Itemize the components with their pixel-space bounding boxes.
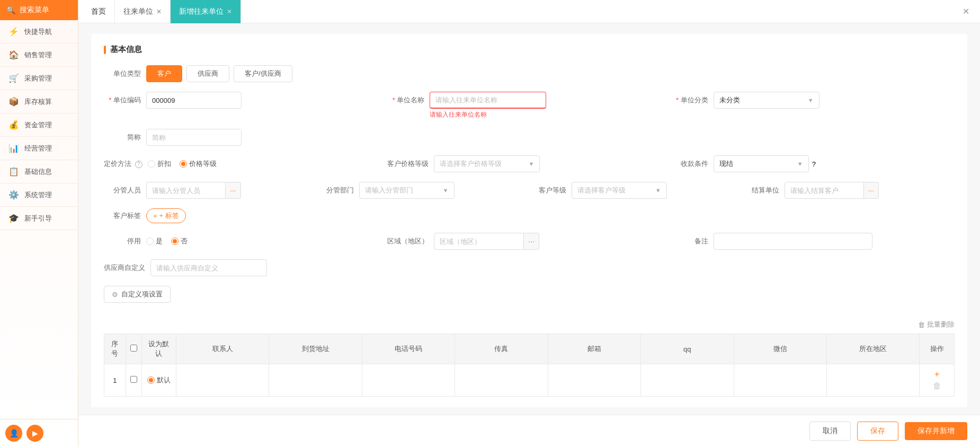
radio-discount[interactable]: 折扣 [148, 159, 171, 169]
help-icon-pricing[interactable]: ? [135, 161, 142, 168]
inventory-icon: 📦 [8, 97, 19, 107]
unit-name-input[interactable] [430, 92, 546, 109]
tab-home[interactable]: 首页 [83, 0, 115, 23]
col-qq: qq [641, 334, 734, 364]
customer-price-level-select[interactable]: 请选择客户价格等级 ▼ [434, 155, 540, 172]
short-name-group: 简称 [104, 129, 955, 146]
address-input[interactable] [273, 372, 357, 389]
manager-input[interactable] [146, 182, 226, 199]
supplier-custom-group: 供应商自定义 [104, 259, 955, 276]
short-name-label: 简称 [104, 133, 146, 142]
supplier-custom-input[interactable] [150, 259, 267, 276]
sidebar-item-system[interactable]: ⚙️系统管理 [0, 183, 78, 207]
tab-new-contact[interactable]: 新增往来单位✕ [171, 0, 241, 23]
sales-icon: 🏠 [8, 50, 19, 60]
sidebar-item-label: 库存核算 [24, 97, 52, 107]
help-icon-payment[interactable]: ? [812, 160, 816, 168]
phone-input[interactable] [367, 372, 450, 389]
department-group: 分管部门 请输入分管部门 ▼ [317, 182, 530, 199]
gear-icon: ⚙ [112, 291, 118, 299]
region-more-btn[interactable]: ··· [524, 233, 539, 250]
cancel-button[interactable]: 取消 [809, 422, 851, 441]
radio-disabled-no[interactable]: 否 [171, 236, 188, 246]
tab-close-new-contact[interactable]: ✕ [227, 8, 232, 15]
select-all-checkbox[interactable] [130, 345, 137, 352]
settlement-unit-input-wrap: ··· [785, 182, 945, 199]
fax-input[interactable] [459, 372, 543, 389]
add-tag-button[interactable]: + + 标签 [146, 208, 186, 223]
cell-email [548, 364, 640, 397]
close-all-btn[interactable]: ✕ [956, 6, 976, 16]
col-wechat: 微信 [734, 334, 826, 364]
sidebar-item-inventory[interactable]: 📦库存核算 [0, 90, 78, 113]
radio-price-level[interactable]: 价格等级 [180, 159, 217, 169]
default-radio[interactable]: 默认 [146, 375, 172, 385]
contacts-table-section: 🗑 批量删除 序号 设为默认 联系人 到货地址 电话号码 传真 [104, 320, 955, 397]
chevron-down-icon: ▼ [528, 161, 534, 167]
plus-icon: + [153, 212, 157, 220]
unit-type-btn-both[interactable]: 客户/供应商 [234, 65, 292, 82]
sidebar-item-sales[interactable]: 🏠销售管理 [0, 43, 78, 67]
customer-level-select[interactable]: 请选择客户等级 ▼ [572, 182, 667, 199]
save-and-new-button[interactable]: 保存并新增 [905, 422, 967, 440]
unit-category-label: * 单位分类 [671, 95, 714, 105]
pricing-method-group: 定价方法 ? 折扣 价格等级 [104, 159, 387, 169]
disabled-radio-group: 是 否 [146, 236, 377, 246]
table-toolbar: 🗑 批量删除 [104, 320, 955, 329]
sidebar-item-label: 系统管理 [24, 190, 52, 200]
delete-icon: 🗑 [918, 321, 925, 329]
qq-input[interactable] [645, 372, 729, 389]
purchase-icon: 🛒 [8, 73, 19, 83]
search-menu-btn[interactable]: 🔍 搜索菜单 [0, 0, 78, 20]
payment-terms-group: 收款条件 现结 ▼ ? [671, 155, 955, 172]
region-input[interactable] [434, 233, 524, 250]
wechat-input[interactable] [738, 372, 822, 389]
radio-disabled-yes[interactable]: 是 [146, 236, 163, 246]
short-name-input[interactable] [146, 129, 242, 146]
settlement-unit-label: 结算单位 [742, 186, 785, 195]
cell-contact [176, 364, 269, 397]
radio-price-level-circle [180, 160, 187, 168]
region-table-input[interactable] [831, 372, 915, 389]
department-select[interactable]: 请输入分管部门 ▼ [359, 182, 455, 199]
tab-close-contacts[interactable]: ✕ [156, 8, 162, 15]
save-button[interactable]: 保存 [857, 422, 898, 441]
payment-terms-select[interactable]: 现结 ▼ [714, 155, 809, 172]
cell-address [269, 364, 362, 397]
manager-more-btn[interactable]: ··· [226, 182, 241, 199]
custom-settings-button[interactable]: ⚙ 自定义项设置 [104, 286, 171, 303]
sidebar-item-quick-nav[interactable]: ⚡快捷导航 [0, 20, 78, 43]
settlement-unit-more-btn[interactable]: ··· [864, 182, 879, 199]
unit-category-select[interactable]: 未分类 ▼ [714, 92, 819, 109]
disabled-label: 停用 [104, 236, 146, 246]
add-row-btn[interactable]: + [931, 369, 942, 380]
payment-terms-label: 收款条件 [671, 159, 714, 169]
main-area: 首页往来单位✕新增往来单位✕ ✕ 基本信息 单位类型 客户供应商客户/供应商 [78, 0, 980, 447]
basics-icon: 📋 [8, 166, 19, 177]
radio-yes-circle [146, 238, 154, 245]
delete-row-btn[interactable]: 🗑 [930, 380, 945, 392]
email-input[interactable] [553, 372, 636, 389]
sidebar-item-basics[interactable]: 📋基础信息 [0, 160, 78, 183]
notes-input[interactable] [714, 233, 872, 250]
sidebar-item-guide[interactable]: 🎓新手引导 [0, 207, 78, 230]
sidebar-item-purchase[interactable]: 🛒采购管理 [0, 67, 78, 90]
search-icon: 🔍 [6, 6, 15, 14]
unit-code-input[interactable] [146, 92, 242, 109]
sidebar-expand-icon[interactable]: ▶ [26, 425, 43, 442]
contact-input[interactable] [181, 372, 264, 389]
row-checkbox[interactable] [130, 376, 137, 383]
notes-label: 备注 [671, 236, 714, 246]
sidebar-user-icon[interactable]: 👤 [5, 425, 22, 442]
batch-delete-btn[interactable]: 🗑 批量删除 [918, 320, 955, 329]
disabled-group: 停用 是 否 [104, 236, 387, 246]
settlement-unit-input[interactable] [785, 182, 864, 199]
tab-contacts[interactable]: 往来单位✕ [115, 0, 171, 23]
unit-type-btn-customer[interactable]: 客户 [146, 65, 182, 82]
col-email: 邮箱 [548, 334, 640, 364]
sidebar-item-finance[interactable]: 💰资金管理 [0, 113, 78, 137]
sidebar-item-label: 基础信息 [24, 167, 52, 177]
sidebar-item-operations[interactable]: 📊经营管理 [0, 137, 78, 160]
unit-type-btn-supplier[interactable]: 供应商 [186, 65, 229, 82]
sidebar-item-label: 新手引导 [24, 214, 52, 223]
